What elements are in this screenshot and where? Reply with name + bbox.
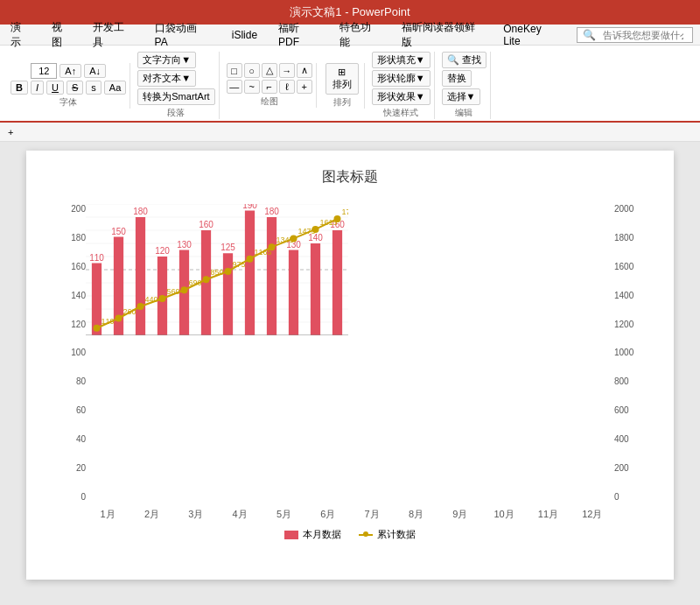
line-dot (334, 215, 341, 222)
y-right-label: 1800 (614, 233, 634, 243)
menu-onekey[interactable]: OneKey Lite (500, 21, 563, 49)
line-label: 850 (211, 268, 224, 277)
line-label: 690 (189, 278, 202, 287)
bar-label: 150 (111, 227, 126, 236)
shape-para-btn[interactable]: ∧ (297, 63, 312, 78)
charspacing-btn[interactable]: Aa (104, 81, 126, 95)
x-label: 6月 (306, 508, 350, 521)
shape-tri-btn[interactable]: △ (262, 63, 277, 78)
line-dot (94, 325, 101, 332)
menu-demo[interactable]: 演示 (7, 18, 34, 52)
underline-btn[interactable]: U (46, 81, 64, 95)
font-decrease-btn[interactable]: A↓ (84, 64, 106, 78)
menu-view[interactable]: 视图 (48, 18, 75, 52)
menu-pa[interactable]: 口袋动画 PA (151, 19, 214, 50)
toolbar-row: + (0, 123, 700, 142)
y-left-label: 80 (76, 376, 86, 386)
ribbon-group-drawing: □ ○ △ → ∧ — ~ ⌐ ℓ + 绘图 (223, 63, 317, 108)
add-slide-btn[interactable]: + (5, 126, 16, 138)
bar-label: 130 (177, 240, 192, 250)
x-axis: 1月2月3月4月5月6月7月8月9月10月11月12月 (86, 508, 614, 521)
quickstyles-group-label: 快速样式 (383, 107, 418, 119)
x-label: 1月 (86, 508, 130, 521)
text-direction-btn[interactable]: 文字方向▼ (137, 52, 196, 68)
y-right-label: 1400 (614, 291, 634, 300)
search-icon: 🔍 (583, 29, 596, 41)
x-label: 9月 (438, 508, 482, 521)
align-text-btn[interactable]: 对齐文本▼ (137, 70, 196, 87)
strikethrough-btn[interactable]: S (66, 81, 83, 95)
search-bar[interactable]: 🔍 (577, 27, 693, 43)
select-btn[interactable]: 选择▼ (442, 88, 481, 105)
shape-outline-btn[interactable]: 形状轮廓▼ (372, 70, 430, 87)
y-right-label: 400 (614, 434, 629, 444)
bar (311, 243, 320, 335)
menu-islide[interactable]: iSlide (228, 27, 261, 43)
shape-freeform-btn[interactable]: ℓ (279, 80, 295, 94)
chart-container: 200180160140120100806040200 200018001600… (52, 195, 648, 545)
shape-connector-btn[interactable]: ⌐ (262, 80, 277, 94)
menu-features[interactable]: 特色功能 (336, 18, 383, 52)
bar (223, 253, 233, 335)
menu-devtools[interactable]: 开发工具 (89, 18, 136, 52)
bar (289, 250, 298, 336)
convert-smartart-btn[interactable]: 转换为SmartArt (137, 88, 214, 105)
line-label: 975 (233, 260, 246, 269)
find-btn[interactable]: 🔍 查找 (442, 52, 486, 68)
line-label: 260 (123, 307, 136, 316)
menu-pdf[interactable]: 福昕PDF (275, 19, 322, 50)
shape-more-btn[interactable]: + (297, 80, 312, 94)
y-left-label: 200 (71, 204, 86, 214)
chart-legend: 本月数据 累计数据 (86, 528, 614, 541)
line-dot (203, 276, 210, 283)
line-dot (181, 286, 188, 293)
line-dot (312, 226, 319, 233)
bar-label: 190 (242, 204, 257, 210)
line-label: 1775 (342, 208, 349, 216)
y-left-label: 100 (71, 348, 86, 357)
y-right-label: 0 (614, 492, 620, 502)
edit-group-label: 编辑 (455, 107, 472, 119)
x-label: 4月 (218, 508, 262, 521)
italic-btn[interactable]: I (31, 81, 44, 95)
y-right-label: 1600 (614, 262, 634, 271)
font-increase-btn[interactable]: A↑ (60, 64, 81, 78)
x-label: 10月 (482, 508, 526, 521)
y-left-label: 20 (76, 463, 86, 473)
shape-rect-btn[interactable]: □ (227, 63, 242, 78)
y-right-label: 1200 (614, 320, 634, 329)
line-dot (225, 268, 232, 275)
slide: 图表标题 200180160140120100806040200 2000180… (26, 151, 674, 580)
shape-effect-btn[interactable]: 形状效果▼ (372, 88, 430, 105)
shape-circle-btn[interactable]: ○ (244, 63, 260, 78)
x-label: 3月 (174, 508, 218, 521)
menu-reader[interactable]: 福昕阅读器领鲜版 (398, 18, 486, 52)
search-input[interactable] (599, 29, 687, 41)
line-label: 560 (167, 287, 180, 296)
font-size-input[interactable] (31, 63, 57, 79)
legend-bar-label: 本月数据 (303, 528, 341, 541)
y-left-label: 0 (80, 492, 86, 502)
shape-line-btn[interactable]: — (227, 80, 242, 94)
shape-curve-btn[interactable]: ~ (244, 80, 260, 94)
replace-btn[interactable]: 替换 (442, 70, 472, 87)
legend-line-color (359, 534, 373, 536)
shadow-btn[interactable]: s (86, 81, 102, 95)
slide-area: 图表标题 200180160140120100806040200 2000180… (0, 142, 700, 605)
shape-arrow-btn[interactable]: → (279, 63, 295, 78)
y-right-label: 200 (614, 463, 629, 473)
bar-label: 125 (220, 243, 235, 252)
arrange-btn[interactable]: ⊞ 排列 (326, 63, 359, 95)
shape-fill-btn[interactable]: 形状填充▼ (372, 52, 430, 68)
ribbon-group-para: 文字方向▼ 对齐文本▼ 转换为SmartArt 段落 (134, 52, 219, 119)
y-left-label: 140 (71, 291, 86, 300)
line-dot (116, 315, 122, 322)
y-left-label: 60 (76, 405, 86, 415)
y-left-label: 160 (71, 262, 86, 271)
legend-line-label: 累计数据 (377, 528, 416, 541)
y-left-label: 120 (71, 320, 86, 329)
bold-btn[interactable]: B (10, 81, 28, 95)
ribbon-group-quickstyles: 形状填充▼ 形状轮廓▼ 形状效果▼ 快速样式 (368, 52, 435, 119)
ribbon-group-font: A↑ A↓ B I U S s Aa 字体 (7, 63, 130, 109)
arrange-label: 排列 (332, 78, 352, 91)
